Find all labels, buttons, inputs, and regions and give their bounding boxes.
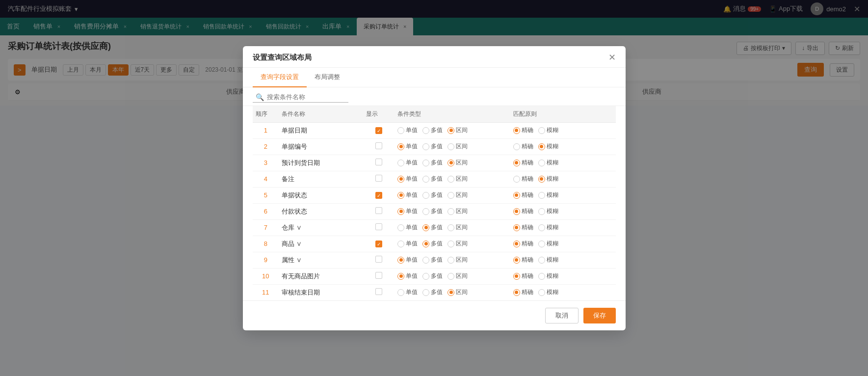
search-box: 🔍 bbox=[253, 92, 348, 103]
dialog-tab-bar: 查询字段设置 布局调整 bbox=[243, 68, 626, 87]
dialog-close-button[interactable]: ✕ bbox=[608, 53, 616, 62]
search-icon: 🔍 bbox=[256, 93, 264, 101]
dialog-tab-query-fields[interactable]: 查询字段设置 bbox=[253, 68, 307, 87]
search-input[interactable] bbox=[267, 93, 345, 101]
dialog-overlay: 设置查询区域布局 ✕ 查询字段设置 布局调整 🔍 顺序 条件名称 显示 bbox=[0, 0, 868, 106]
dialog-title: 设置查询区域布局 bbox=[253, 53, 312, 62]
dialog-search-area: 🔍 bbox=[243, 87, 626, 106]
settings-dialog: 设置查询区域布局 ✕ 查询字段设置 布局调整 🔍 顺序 条件名称 显示 bbox=[243, 46, 626, 106]
dialog-header: 设置查询区域布局 ✕ bbox=[243, 46, 626, 68]
dialog-tab-layout[interactable]: 布局调整 bbox=[307, 68, 348, 87]
